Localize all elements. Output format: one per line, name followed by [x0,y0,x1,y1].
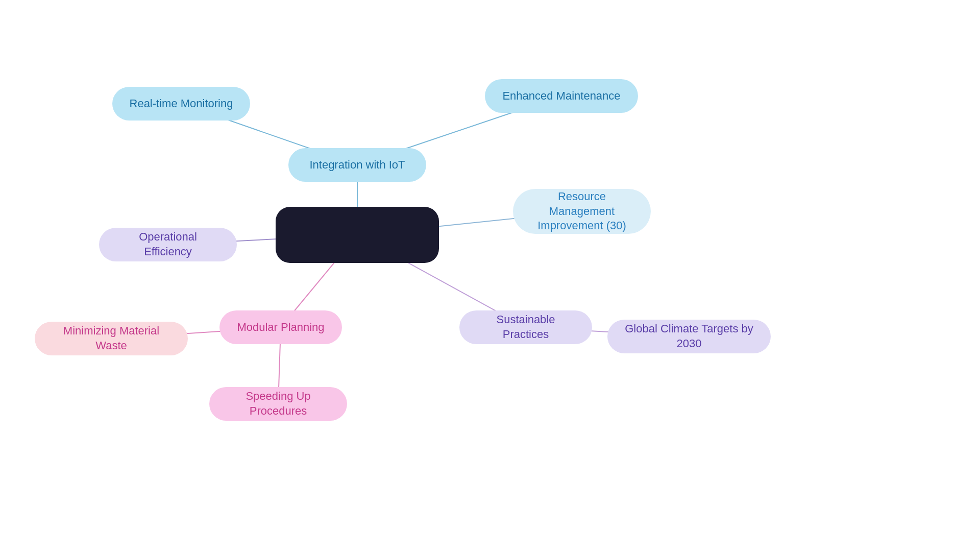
enhanced-maintenance-node: Enhanced Maintenance [485,79,638,113]
minimizing-material-waste-label: Minimizing Material Waste [51,324,172,353]
resource-management-label: Resource Management Improvement (30) [529,189,634,233]
real-time-monitoring-node: Real-time Monitoring [112,87,250,121]
global-climate-targets-label: Global Climate Targets by 2030 [624,322,754,351]
enhanced-maintenance-label: Enhanced Maintenance [502,89,620,104]
resource-management-node: Resource Management Improvement (30) [513,189,651,234]
modular-planning-node: Modular Planning [219,310,342,344]
global-climate-targets-node: Global Climate Targets by 2030 [607,320,771,353]
speeding-up-procedures-label: Speeding Up Procedures [226,389,331,418]
minimizing-material-waste-node: Minimizing Material Waste [35,322,188,355]
operational-efficiency-label: Operational Efficiency [115,230,220,259]
center-node [276,207,439,263]
operational-efficiency-node: Operational Efficiency [99,228,237,261]
modular-planning-label: Modular Planning [237,320,324,335]
integration-iot-node: Integration with IoT [288,148,426,182]
sustainable-practices-node: Sustainable Practices [459,310,592,344]
sustainable-practices-label: Sustainable Practices [476,312,576,342]
speeding-up-procedures-node: Speeding Up Procedures [209,387,347,421]
real-time-monitoring-label: Real-time Monitoring [130,97,233,111]
integration-iot-label: Integration with IoT [309,158,405,173]
